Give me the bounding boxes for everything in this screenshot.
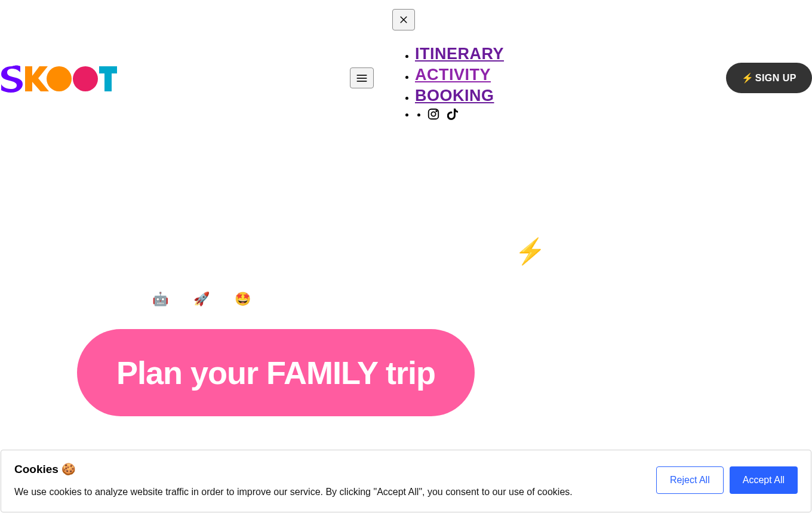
nav-item-booking: BOOKING (415, 87, 504, 105)
cookie-banner: Cookies 🍪 We use cookies to analyze webs… (1, 450, 811, 512)
accept-cookies-button[interactable]: Accept All (730, 466, 798, 494)
svg-point-8 (431, 112, 435, 116)
logo-skoot[interactable] (0, 65, 117, 93)
nav-link-activity[interactable]: ACTIVITY (415, 66, 491, 84)
reject-cookies-button[interactable]: Reject All (656, 466, 724, 494)
tiktok-link[interactable] (447, 107, 460, 123)
svg-point-9 (436, 110, 437, 112)
nav-item-social (415, 107, 504, 123)
cookie-title: Cookies 🍪 (14, 462, 644, 476)
skoot-logo-icon (0, 65, 117, 93)
signup-button[interactable]: ⚡ SIGN UP (726, 63, 812, 93)
main-nav: ITINERARY ACTIVITY BOOKING (403, 45, 504, 125)
close-icon (398, 14, 409, 25)
nav-item-activity: ACTIVITY (415, 66, 504, 84)
nav-link-booking[interactable]: BOOKING (415, 87, 494, 105)
svg-point-3 (73, 66, 98, 91)
tiktok-icon (447, 107, 460, 121)
nav-item-itinerary: ITINERARY (415, 45, 504, 63)
hero-bolt-icon: ⚡ (515, 236, 546, 266)
plan-trip-button[interactable]: Plan your FAMILY trip (77, 329, 475, 416)
close-button[interactable] (392, 9, 415, 30)
hero-emoji-row: 🤖 🚀 🤩 (152, 291, 262, 307)
instagram-icon (427, 107, 440, 121)
menu-button[interactable] (350, 67, 374, 88)
signup-label: SIGN UP (755, 73, 796, 84)
svg-point-2 (47, 66, 72, 91)
hamburger-icon (356, 74, 368, 82)
instagram-link[interactable] (427, 107, 440, 123)
nav-link-itinerary[interactable]: ITINERARY (415, 45, 504, 63)
cookie-text: We use cookies to analyze website traffi… (14, 487, 644, 497)
bolt-icon: ⚡ (742, 72, 754, 84)
